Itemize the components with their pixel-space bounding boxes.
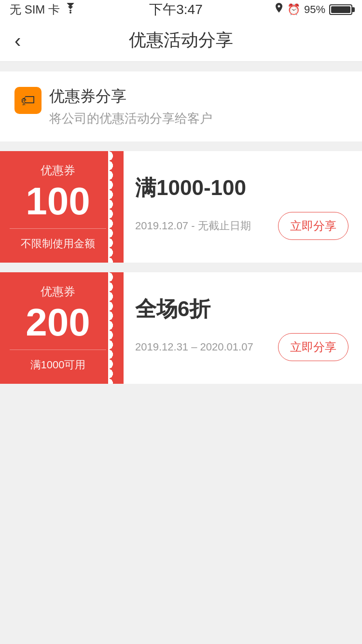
- battery-icon: [329, 4, 352, 15]
- wifi-icon: [64, 3, 77, 16]
- coupon-dates-1: 2019.12.07 - 无截止日期: [135, 219, 270, 233]
- coupon-amount-1: 100: [26, 182, 90, 221]
- empty-area: [0, 393, 362, 635]
- location-icon: [275, 3, 283, 16]
- carrier-text: 无 SIM 卡: [10, 2, 60, 17]
- status-right: ⏰ 95%: [275, 3, 352, 16]
- battery-percent: 95%: [304, 3, 325, 16]
- coupon-name-1: 满1000-100: [135, 174, 348, 202]
- coupon-right-2: 全场6折 2019.12.31 – 2020.01.07 立即分享: [116, 272, 362, 384]
- coupon-label-2: 优惠券: [41, 284, 75, 299]
- share-button-1[interactable]: 立即分享: [278, 212, 348, 240]
- coupon-name-2: 全场6折: [135, 295, 348, 323]
- coupon-condition-2: 满1000可用: [30, 358, 86, 372]
- coupon-divider-2: [10, 350, 106, 350]
- coupon-bottom-2: 2019.12.31 – 2020.01.07 立即分享: [135, 333, 348, 361]
- coupon-left-1: 优惠券 100 不限制使用金额: [0, 151, 116, 263]
- section-header: 🏷 优惠券分享 将公司的优惠活动分享给客户: [0, 71, 362, 141]
- coupon-card-1: 优惠券 100 不限制使用金额 满1000-100 2019.12.07 - 无…: [0, 151, 362, 263]
- coupon-amount-2: 200: [26, 303, 90, 342]
- coupon-left-2: 优惠券 200 满1000可用: [0, 272, 116, 384]
- status-time: 下午3:47: [149, 0, 203, 19]
- nav-bar: ‹ 优惠活动分享: [0, 19, 362, 62]
- coupon-bottom-1: 2019.12.07 - 无截止日期 立即分享: [135, 212, 348, 240]
- status-bar: 无 SIM 卡 下午3:47 ⏰ 95%: [0, 0, 362, 19]
- section-text: 优惠券分享 将公司的优惠活动分享给客户: [49, 86, 348, 127]
- section-icon: 🏷: [14, 87, 42, 114]
- section-subtitle: 将公司的优惠活动分享给客户: [49, 110, 348, 127]
- share-button-2[interactable]: 立即分享: [278, 333, 348, 361]
- coupon-right-1: 满1000-100 2019.12.07 - 无截止日期 立即分享: [116, 151, 362, 263]
- alarm-icon: ⏰: [287, 3, 300, 16]
- coupon-list: 优惠券 100 不限制使用金额 满1000-100 2019.12.07 - 无…: [0, 151, 362, 393]
- page-title: 优惠活动分享: [129, 28, 233, 52]
- status-left: 无 SIM 卡: [10, 2, 77, 17]
- coupon-condition-1: 不限制使用金额: [21, 237, 95, 251]
- coupon-divider-1: [10, 228, 106, 229]
- coupon-label-1: 优惠券: [41, 163, 75, 178]
- svg-point-0: [70, 12, 71, 14]
- section-title: 优惠券分享: [49, 86, 348, 107]
- coupon-dates-2: 2019.12.31 – 2020.01.07: [135, 341, 270, 353]
- coupon-card-2: 优惠券 200 满1000可用 全场6折 2019.12.31 – 2020.0…: [0, 272, 362, 384]
- back-button[interactable]: ‹: [14, 31, 21, 50]
